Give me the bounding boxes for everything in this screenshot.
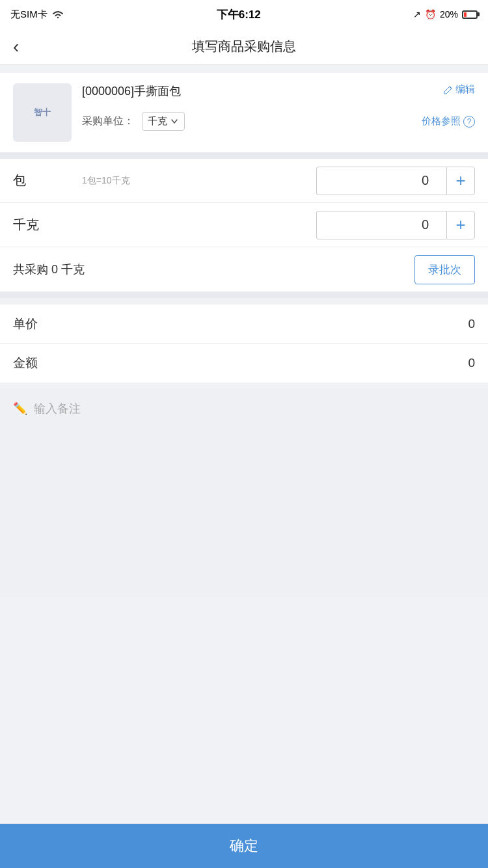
edit-button[interactable]: 编辑: [444, 83, 475, 96]
section-divider-1: [0, 152, 488, 159]
content-spacer: [0, 428, 488, 597]
total-row: 共采购 0 千克 录批次: [0, 247, 488, 292]
unit-select[interactable]: 千克: [142, 112, 185, 131]
pencil-icon: ✏️: [13, 401, 27, 416]
unit-price-value: 0: [468, 317, 475, 331]
product-info: [0000006]手撕面包 编辑 采购单位： 千克 价格: [82, 83, 475, 131]
kg-input-right: +: [316, 211, 475, 239]
batch-button[interactable]: 录批次: [414, 255, 475, 284]
unit-label: 采购单位：: [82, 115, 134, 126]
status-time: 下午6:12: [217, 7, 261, 22]
kg-quantity-input[interactable]: [316, 211, 446, 239]
help-icon: ?: [463, 116, 475, 128]
remark-placeholder: 输入备注: [34, 401, 81, 416]
confirm-button[interactable]: 确定: [0, 824, 488, 868]
amount-row: 金额 0: [0, 344, 488, 383]
remark-section[interactable]: ✏️ 输入备注: [0, 389, 488, 428]
edit-icon: [444, 85, 453, 94]
bag-plus-button[interactable]: +: [446, 167, 475, 195]
back-button[interactable]: ‹: [13, 38, 19, 56]
status-bar: 无SIM卡 下午6:12 ↗ ⏰ 20%: [0, 0, 488, 29]
nav-bar: ‹ 填写商品采购信息: [0, 29, 488, 65]
status-left: 无SIM卡: [10, 8, 64, 21]
battery-icon: [462, 10, 478, 19]
bag-sub-label: 1包=10千克: [82, 175, 130, 187]
kg-input-row: 千克 +: [0, 203, 488, 247]
wifi-icon: [51, 10, 64, 20]
carrier-label: 无SIM卡: [10, 8, 47, 21]
total-label: 共采购 0 千克: [13, 262, 85, 277]
section-divider-2: [0, 292, 488, 298]
bag-label: 包: [13, 172, 78, 189]
price-section: 单价 0 金额 0: [0, 305, 488, 383]
page-title: 填写商品采购信息: [192, 38, 296, 55]
product-image: 智十: [13, 83, 72, 142]
product-name-row: [0000006]手撕面包 编辑: [82, 83, 475, 99]
quantity-section: 包 1包=10千克 + 千克 +: [0, 159, 488, 247]
alarm-icon: ⏰: [425, 9, 436, 20]
product-name: [0000006]手撕面包: [82, 83, 181, 99]
unit-row: 采购单位： 千克 价格参照 ?: [82, 112, 475, 131]
bag-quantity-input[interactable]: [316, 167, 446, 195]
product-card: 智十 [0000006]手撕面包 编辑 采购单位： 千克: [0, 73, 488, 152]
price-ref-button[interactable]: 价格参照 ?: [422, 115, 475, 128]
chevron-down-icon: [171, 119, 178, 124]
unit-price-label: 单价: [13, 316, 38, 332]
status-right: ↗ ⏰ 20%: [413, 9, 478, 20]
location-icon: ↗: [413, 9, 421, 20]
unit-price-row: 单价 0: [0, 305, 488, 344]
battery-percent: 20%: [440, 9, 458, 20]
bag-input-row: 包 1包=10千克 +: [0, 159, 488, 203]
kg-plus-button[interactable]: +: [446, 211, 475, 239]
bag-input-right: +: [316, 167, 475, 195]
amount-label: 金额: [13, 355, 38, 372]
amount-value: 0: [468, 356, 475, 370]
kg-label: 千克: [13, 216, 78, 234]
